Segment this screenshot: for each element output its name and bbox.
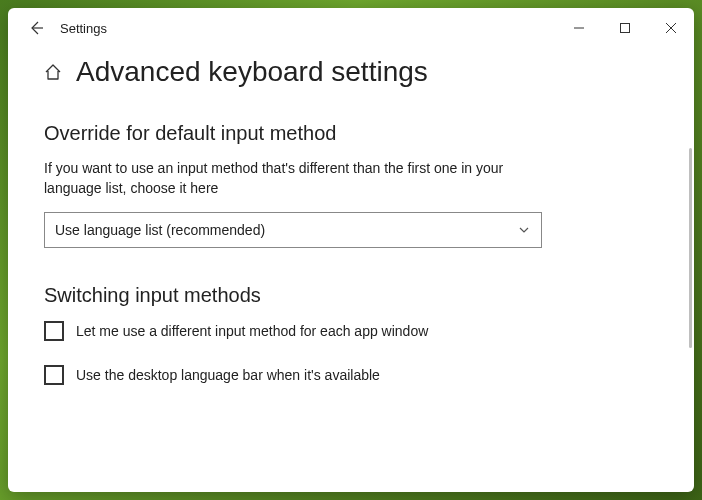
maximize-icon bbox=[619, 22, 631, 34]
per-app-input-checkbox[interactable] bbox=[44, 321, 64, 341]
input-method-dropdown[interactable]: Use language list (recommended) bbox=[44, 212, 542, 248]
home-button[interactable] bbox=[44, 63, 62, 81]
desktop-language-bar-checkbox-row[interactable]: Use the desktop language bar when it's a… bbox=[44, 365, 658, 385]
titlebar: Settings bbox=[8, 8, 694, 48]
override-description: If you want to use an input method that'… bbox=[44, 159, 524, 198]
window-controls bbox=[556, 8, 694, 48]
desktop-language-bar-label: Use the desktop language bar when it's a… bbox=[76, 367, 380, 383]
page-header: Advanced keyboard settings bbox=[44, 56, 658, 88]
back-icon bbox=[28, 20, 44, 36]
maximize-button[interactable] bbox=[602, 8, 648, 48]
back-button[interactable] bbox=[16, 8, 56, 48]
home-icon bbox=[44, 63, 62, 81]
settings-window: Settings bbox=[8, 8, 694, 492]
per-app-input-checkbox-row[interactable]: Let me use a different input method for … bbox=[44, 321, 658, 341]
per-app-input-label: Let me use a different input method for … bbox=[76, 323, 428, 339]
window-title: Settings bbox=[60, 21, 107, 36]
chevron-down-icon bbox=[517, 223, 531, 237]
svg-rect-0 bbox=[621, 24, 630, 33]
override-heading: Override for default input method bbox=[44, 122, 658, 145]
switching-heading: Switching input methods bbox=[44, 284, 658, 307]
desktop-language-bar-checkbox[interactable] bbox=[44, 365, 64, 385]
content-area: Advanced keyboard settings Override for … bbox=[8, 48, 694, 492]
minimize-button[interactable] bbox=[556, 8, 602, 48]
close-icon bbox=[665, 22, 677, 34]
page-title: Advanced keyboard settings bbox=[76, 56, 428, 88]
dropdown-value: Use language list (recommended) bbox=[55, 222, 517, 238]
close-button[interactable] bbox=[648, 8, 694, 48]
scrollbar[interactable] bbox=[689, 148, 692, 348]
minimize-icon bbox=[573, 22, 585, 34]
